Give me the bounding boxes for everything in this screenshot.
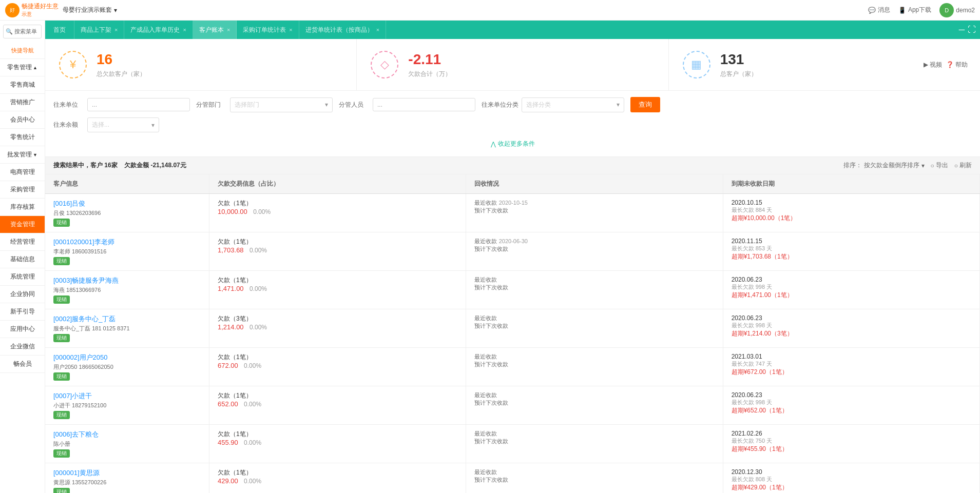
filter-source-unit: 往来单位 ... [53, 98, 190, 111]
tab-close-customer-account[interactable]: × [227, 27, 230, 33]
sidebar-item-enterprise[interactable]: 企业协同 [0, 286, 45, 303]
stat-icon-wrap-2: ◇ [369, 49, 400, 80]
sidebar-item-system[interactable]: 系统管理 [0, 268, 45, 286]
stat-label-total-customers: 总客户（家） [720, 70, 915, 78]
customer-name-link-5[interactable]: [000002]用户2050 [53, 353, 201, 362]
customer-contact-3: 海燕 18513066976 [53, 286, 201, 294]
table-cell-debt-6: 欠款（1笔） 652.00 0.00% [209, 386, 466, 424]
filter-balance-input[interactable]: 选择... ▾ [87, 117, 159, 132]
stat-card-total-customers: ▦ 131 总客户（家） ▶ 视频 ❓ 帮助 [669, 39, 980, 90]
tab-product-history[interactable]: 产成品入库单历史 × [124, 21, 193, 39]
overdue-amount-3[interactable]: 超期¥1,471.00（1笔） [732, 291, 971, 300]
badge-2: 现销 [53, 257, 70, 265]
debt-amount-4[interactable]: 1,214.00 [218, 323, 244, 331]
sidebar-item-operations[interactable]: 经营管理 [0, 233, 45, 251]
sidebar-item-quick-nav[interactable]: 快捷导航 [0, 43, 45, 59]
overdue-amount-8[interactable]: 超期¥429.00（1笔） [732, 483, 971, 492]
debt-amount-5[interactable]: 672.00 [218, 362, 238, 369]
sidebar-item-vip[interactable]: 畅会员 [0, 356, 45, 373]
debt-amount-2[interactable]: 1,703.68 [218, 246, 244, 254]
table-cell-customer-8: [000001]黄思源 黄思源 13552700226 现销 [45, 463, 209, 493]
sidebar-item-app-center[interactable]: 应用中心 [0, 321, 45, 338]
app-download-button[interactable]: 📱 App下载 [898, 6, 931, 14]
sort-select[interactable]: 排序： 按欠款金额倒序排序 ▾ [843, 161, 925, 170]
tab-product-manage[interactable]: 商品上下架 × [74, 21, 124, 39]
sidebar-item-finance[interactable]: 资金管理 [0, 216, 45, 233]
customer-name-link-1[interactable]: [0016]吕俊 [53, 199, 201, 208]
user-menu[interactable]: D demo2 [939, 3, 975, 17]
customer-name-link-8[interactable]: [000001]黄思源 [53, 468, 201, 478]
sidebar-item-basic-info[interactable]: 基础信息 [0, 251, 45, 268]
sidebar-item-retail-mgmt[interactable]: 零售管理 ▲ [0, 59, 45, 76]
content-area: 首页 商品上下架 × 产成品入库单历史 × 客户账本 × 采购订单统计表 × 进… [45, 21, 980, 493]
customer-name-link-7[interactable]: [0006]去下粮仓 [53, 430, 201, 439]
filter-unit-category-input[interactable]: 选择分类 ▾ [522, 97, 624, 112]
badge-1: 现销 [53, 219, 70, 227]
customer-name-link-6[interactable]: [0007]小进干 [53, 391, 201, 401]
overdue-amount-4[interactable]: 超期¥1,214.00（3笔） [732, 329, 971, 338]
filter-row-2: 往来余额 选择... ▾ [53, 117, 972, 132]
debt-pct-1: 0.00% [253, 208, 271, 215]
overdue-amount-6[interactable]: 超期¥652.00（1笔） [732, 406, 971, 415]
debt-count-2: 欠款（1笔） [218, 238, 457, 246]
table-cell-collection-5: 最近收款 预计下次收款 [466, 348, 723, 386]
table-header-due-date: 到期未收款日期 [723, 174, 980, 193]
export-button[interactable]: ○ 导出 [931, 161, 948, 170]
customer-name-link-3[interactable]: [0003]畅捷服务尹海燕 [53, 276, 201, 285]
tab-minimize-button[interactable]: ─ [959, 25, 965, 34]
table-row: [0006]去下粮仓 陈小册 现销 欠款（1笔） 455.90 0.00% 最近… [45, 425, 980, 463]
message-button[interactable]: 💬 消息 [868, 6, 890, 14]
search-button[interactable]: 查询 [630, 97, 660, 112]
sidebar-item-retail-stats[interactable]: 零售统计 [0, 129, 45, 146]
overdue-amount-2[interactable]: 超期¥1,703.68（1笔） [732, 252, 971, 261]
sidebar-item-retail-store[interactable]: 零售商城 [0, 76, 45, 94]
overdue-amount-7[interactable]: 超期¥455.90（1笔） [732, 445, 971, 453]
debt-pct-8: 0.00% [244, 478, 261, 485]
sidebar-item-wechat[interactable]: 企业微信 [0, 338, 45, 356]
tab-close-purchase-order[interactable]: × [289, 27, 292, 33]
avatar: D [939, 3, 954, 17]
sidebar-item-batch-mgmt[interactable]: 批发管理 ▼ [0, 146, 45, 164]
filter-person-input[interactable]: ... [373, 98, 475, 111]
debt-amount-7[interactable]: 455.90 [218, 439, 238, 446]
debt-amount-8[interactable]: 429.00 [218, 477, 238, 485]
sidebar-item-inventory[interactable]: 库存核算 [0, 199, 45, 216]
table-row: [0007]小进干 小进干 18279152100 现销 欠款（1笔） 652.… [45, 386, 980, 425]
tab-close-product-manage[interactable]: × [114, 27, 118, 33]
store-selector[interactable]: 母婴行业演示账套 ▾ [63, 6, 117, 14]
debt-count-1: 欠款（1笔） [218, 199, 457, 208]
tab-close-product-history[interactable]: × [183, 27, 186, 33]
debt-amount-6[interactable]: 652.00 [218, 400, 238, 408]
help-button[interactable]: ❓ 帮助 [946, 61, 968, 69]
overdue-amount-1[interactable]: 超期¥10,000.00（1笔） [732, 214, 971, 223]
tab-customer-account[interactable]: 客户账本 × [193, 21, 237, 39]
stat-icon-wrap-3: ▦ [681, 49, 712, 80]
search-menu-button[interactable]: 🔍 搜索菜单 [3, 25, 42, 38]
filter-source-unit-input[interactable]: ... [87, 98, 190, 111]
stat-card-overdue-amount: ◇ -2.11 欠款合计（万） [357, 39, 668, 90]
overdue-amount-5[interactable]: 超期¥672.00（1笔） [732, 368, 971, 377]
refresh-button[interactable]: ○ 刷新 [954, 161, 972, 170]
tab-close-purchase-stats[interactable]: × [376, 27, 379, 33]
table-cell-due-4: 2020.06.23 最长欠款 998 天 超期¥1,214.00（3笔） [723, 309, 980, 347]
debt-amount-1[interactable]: 10,000.00 [218, 208, 247, 215]
filter-dept-input[interactable]: 选择部门 ▾ [230, 97, 333, 112]
customer-name-link-4[interactable]: [0002]服务中心_丁磊 [53, 314, 201, 324]
sidebar-item-guide[interactable]: 新手引导 [0, 303, 45, 321]
table-cell-customer-4: [0002]服务中心_丁磊 服务中心_丁磊 181 0125 8371 现销 [45, 309, 209, 347]
collapse-button[interactable]: ⋀ 收起更多条件 [53, 137, 972, 150]
sidebar-item-marketing[interactable]: 营销推广 [0, 94, 45, 111]
tab-purchase-order[interactable]: 采购订单统计表 × [237, 21, 299, 39]
sidebar-item-member[interactable]: 会员中心 [0, 111, 45, 129]
table-cell-due-1: 2020.10.15 最长欠款 884 天 超期¥10,000.00（1笔） [723, 194, 980, 232]
sidebar-item-purchase[interactable]: 采购管理 [0, 181, 45, 199]
tab-purchase-stats[interactable]: 进货单统计表（按商品） × [299, 21, 386, 39]
tab-maximize-button[interactable]: ⛶ [968, 25, 976, 34]
tab-home[interactable]: 首页 [45, 21, 74, 39]
debt-amount-3[interactable]: 1,471.00 [218, 285, 244, 292]
table-cell-collection-7: 最近收款 预计下次收款 [466, 425, 723, 463]
help-icon: ❓ [946, 61, 954, 68]
customer-name-link-2[interactable]: [0001020001]李老师 [53, 238, 201, 247]
video-button[interactable]: ▶ 视频 [924, 61, 942, 69]
sidebar-item-ecommerce[interactable]: 电商管理 [0, 164, 45, 181]
